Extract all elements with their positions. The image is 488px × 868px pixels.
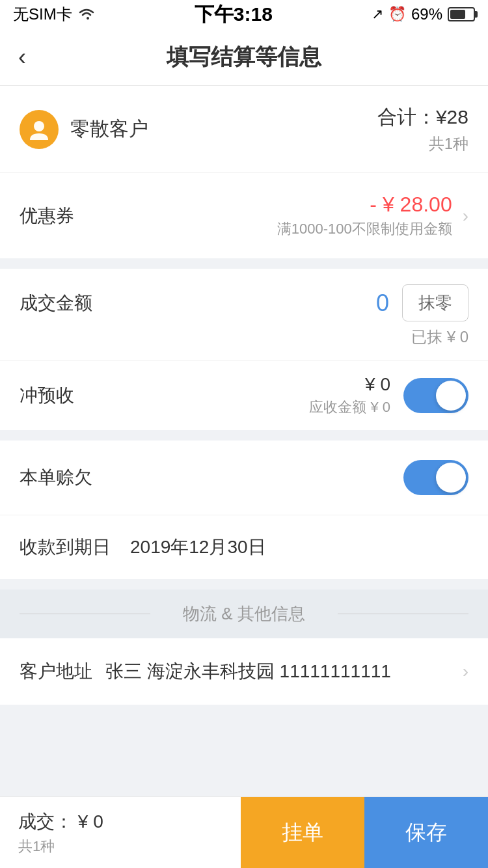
customer-name: 零散客户 xyxy=(70,116,148,142)
content: 零散客户 合计：¥28 共1种 优惠券 - ¥ 28.00 满1000-100不… xyxy=(0,86,488,845)
bottom-deal: 成交： ¥ 0 xyxy=(18,809,223,834)
customer-row: 零散客户 合计：¥28 共1种 xyxy=(0,86,488,172)
deal-value: 0 xyxy=(376,290,389,317)
save-button[interactable]: 保存 xyxy=(364,797,488,869)
hold-order-button[interactable]: 挂单 xyxy=(241,797,364,869)
address-value: 张三 海淀永丰科技园 11111111111 xyxy=(105,659,463,684)
total-count: 共1种 xyxy=(377,133,468,154)
divider-line-left xyxy=(20,614,150,614)
round-off-button[interactable]: 抹零 xyxy=(402,284,468,321)
coupon-info: - ¥ 28.00 满1000-100不限制使用金额 xyxy=(277,193,452,239)
battery-icon xyxy=(448,7,475,21)
due-date-label: 收款到期日 xyxy=(20,535,111,560)
coupon-row[interactable]: 优惠券 - ¥ 28.00 满1000-100不限制使用金额 › xyxy=(0,172,488,258)
customer-right: 合计：¥28 共1种 xyxy=(377,104,468,154)
debt-section: 本单赊欠 收款到期日 2019年12月30日 xyxy=(0,441,488,579)
pre-right: ¥ 0 应收金额 ¥ 0 xyxy=(309,374,468,417)
sim-text: 无SIM卡 xyxy=(13,4,72,25)
total-amount: 合计：¥28 xyxy=(377,104,468,131)
address-label: 客户地址 xyxy=(20,659,92,684)
coupon-right: - ¥ 28.00 满1000-100不限制使用金额 › xyxy=(277,193,468,239)
bottom-bar: 成交： ¥ 0 共1种 挂单 保存 xyxy=(0,796,488,868)
due-date-value: 2019年12月30日 xyxy=(130,535,266,560)
pre-receive-row: 冲预收 ¥ 0 应收金额 ¥ 0 xyxy=(0,360,488,430)
pre-amounts: ¥ 0 应收金额 ¥ 0 xyxy=(309,374,390,417)
nav-bar: ‹ 填写结算等信息 xyxy=(0,29,488,86)
alarm-icon: ⏰ xyxy=(388,6,406,23)
address-chevron-icon: › xyxy=(463,661,468,682)
status-time: 下午3:18 xyxy=(195,1,273,28)
battery-fill xyxy=(450,10,465,19)
due-date-row: 收款到期日 2019年12月30日 xyxy=(0,515,488,579)
bottom-info: 成交： ¥ 0 共1种 xyxy=(0,809,241,856)
coupon-amount: - ¥ 28.00 xyxy=(277,193,452,217)
status-bar: 无SIM卡 下午3:18 ↗ ⏰ 69% xyxy=(0,0,488,29)
deal-row: 成交金额 0 抹零 xyxy=(0,269,488,327)
deal-sub: 已抹 ¥ 0 xyxy=(0,327,488,360)
address-row[interactable]: 客户地址 张三 海淀永丰科技园 11111111111 › xyxy=(0,638,488,705)
pre-receive-label: 冲预收 xyxy=(20,383,74,408)
pre-sub-amount: 应收金额 ¥ 0 xyxy=(309,398,390,417)
deal-value-wrap: 0 抹零 xyxy=(376,284,468,321)
avatar xyxy=(20,110,59,149)
toggle-knob xyxy=(436,381,466,411)
page-title: 填写结算等信息 xyxy=(167,42,321,72)
svg-point-0 xyxy=(34,121,44,131)
status-left: 无SIM卡 xyxy=(13,4,96,25)
coupon-label: 优惠券 xyxy=(20,204,74,228)
divider-line-right xyxy=(338,614,468,614)
battery-percent: 69% xyxy=(411,5,442,23)
logistics-divider-section: 物流 & 其他信息 xyxy=(0,590,488,638)
back-button[interactable]: ‹ xyxy=(18,44,26,71)
debt-toggle[interactable] xyxy=(403,460,468,495)
customer-left: 零散客户 xyxy=(20,110,148,149)
location-icon: ↗ xyxy=(372,6,383,23)
bottom-deal-amount: ¥ 0 xyxy=(78,811,103,832)
debt-label: 本单赊欠 xyxy=(20,465,92,490)
pre-receive-toggle[interactable] xyxy=(403,378,468,413)
pre-main-amount: ¥ 0 xyxy=(309,374,390,395)
address-section: 客户地址 张三 海淀永丰科技园 11111111111 › xyxy=(0,638,488,705)
debt-row: 本单赊欠 xyxy=(0,441,488,515)
logistics-section-label: 物流 & 其他信息 xyxy=(183,603,305,625)
bottom-count: 共1种 xyxy=(18,837,223,856)
deal-section: 成交金额 0 抹零 已抹 ¥ 0 冲预收 ¥ 0 应收金额 ¥ 0 xyxy=(0,269,488,430)
status-right: ↗ ⏰ 69% xyxy=(372,5,475,23)
deal-label: 成交金额 xyxy=(20,291,92,316)
debt-toggle-knob xyxy=(436,463,466,493)
customer-card: 零散客户 合计：¥28 共1种 优惠券 - ¥ 28.00 满1000-100不… xyxy=(0,86,488,258)
logistics-divider: 物流 & 其他信息 xyxy=(0,590,488,638)
chevron-right-icon: › xyxy=(463,206,468,226)
user-avatar-icon xyxy=(27,118,51,141)
coupon-desc: 满1000-100不限制使用金额 xyxy=(277,219,452,239)
wifi-icon xyxy=(77,8,96,21)
bottom-deal-label: 成交： xyxy=(18,811,73,832)
